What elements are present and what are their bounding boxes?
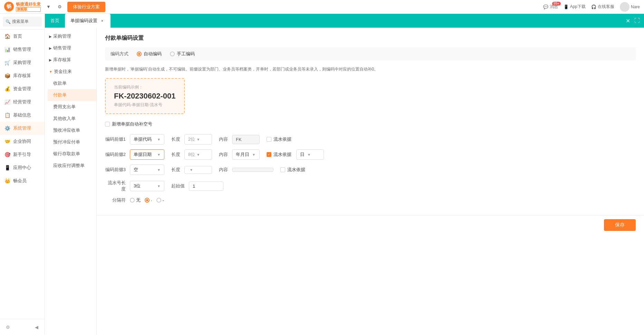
prefix1-select[interactable]: 单据代码 ▼: [130, 134, 164, 145]
topbar-dropdown[interactable]: ▼: [44, 3, 54, 11]
prefix2-stream-label: 流水依据: [273, 151, 291, 158]
sec-nav-other-income[interactable]: 其他收入单: [48, 113, 96, 124]
prefix1-length-select[interactable]: 2位 ▼: [184, 134, 212, 145]
serial-start-input[interactable]: 1: [189, 182, 223, 191]
message-item[interactable]: 💬 消息 99+: [543, 4, 558, 10]
sep-none-option[interactable]: 无: [130, 197, 141, 203]
sidebar-item-inventory[interactable]: 📦 库存核算: [0, 69, 45, 82]
cta-button[interactable]: 体验行业方案: [67, 2, 105, 12]
prefix2-stream-checkbox[interactable]: ✓: [267, 152, 271, 157]
sec-nav-inventory[interactable]: ▶ 库存核算: [45, 54, 96, 66]
app-logo: 畅 畅捷通好生意 旗舰版: [4, 2, 41, 11]
search-menu-button[interactable]: 🔍 搜索菜单: [3, 17, 42, 27]
sidebar-item-guide[interactable]: 🎯 新手引导: [0, 148, 45, 161]
prefix3-stream-label: 流水依据: [287, 167, 305, 173]
sidebar-item-member[interactable]: 👑 畅会员: [0, 174, 45, 187]
app-download-item[interactable]: 📱 App下载: [564, 4, 586, 10]
sec-nav-purchase-label: 采购管理: [53, 33, 71, 39]
sidebar-search: 🔍 搜索菜单: [0, 14, 45, 30]
sec-nav-bank-deposit[interactable]: 银行存取款单: [48, 148, 96, 160]
sec-nav-receipt[interactable]: 收款单: [48, 77, 96, 89]
user-item[interactable]: Nare: [620, 2, 640, 12]
manual-code-radio[interactable]: 手工编码: [170, 51, 195, 57]
sec-nav-expense[interactable]: 费用支出单: [48, 101, 96, 113]
prefix2-stream-select[interactable]: 日 ▼: [296, 149, 324, 160]
sep-dot-label: ·: [151, 198, 152, 203]
sep-dash-option[interactable]: -: [156, 198, 164, 203]
sidebar-item-basic[interactable]: 📋 基础信息: [0, 109, 45, 122]
chevron-right-icon3: ▶: [49, 58, 52, 62]
prefix2-select[interactable]: 单据日期 ▼: [130, 149, 164, 160]
auto-code-radio[interactable]: 自动编码: [137, 51, 162, 57]
prefix1-label: 编码前缀1: [105, 136, 126, 142]
sec-nav-sales[interactable]: ▶ 销售管理: [45, 42, 96, 54]
topbar: 畅 畅捷通好生意 旗舰版 ▼ ⚙ 体验行业方案 💬 消息 99+ 📱 App下载…: [0, 0, 644, 14]
prefix3-length-select[interactable]: ▼: [184, 166, 212, 174]
sec-nav-capital[interactable]: ▼ 资金往来: [45, 66, 96, 77]
prefix2-row: 编码前缀2 单据日期 ▼ 长度 8位 ▼ 内容 年月日: [105, 149, 636, 160]
sep-none-label: 无: [136, 197, 141, 203]
code-preview-label: 当前编码示例：: [114, 84, 176, 90]
prefix3-value: 空: [134, 167, 138, 173]
prefix2-value: 单据日期: [134, 151, 152, 158]
prefix1-stream-checkbox[interactable]: [267, 137, 271, 142]
prefix1-row: 编码前缀1 单据代码 ▼ 长度 2位 ▼ 内容 FK: [105, 134, 636, 145]
sep-dot-option[interactable]: ·: [145, 198, 152, 203]
app-download-label: App下载: [570, 4, 586, 10]
settings-bottom-btn[interactable]: ⚙: [3, 322, 13, 332]
sidebar-item-label: 新手引导: [13, 151, 31, 158]
prefix2-length-label: 长度: [171, 151, 180, 158]
chevron-right-icon: ▶: [49, 35, 52, 38]
sec-nav-capital-label: 资金往来: [54, 68, 72, 75]
sec-nav-prepay-collect[interactable]: 预收冲应收单: [48, 124, 96, 136]
sec-nav-purchase[interactable]: ▶ 采购管理: [45, 30, 96, 42]
sidebar-item-apps[interactable]: 📱 应用中心: [0, 161, 45, 174]
manual-code-radio-circle: [170, 52, 175, 56]
coding-method-row: 编码方式 自动编码 手工编码: [105, 47, 636, 61]
prefix3-select[interactable]: 空 ▼: [130, 165, 164, 175]
prefix3-stream-checkbox[interactable]: [280, 167, 285, 172]
basic-icon: 📋: [4, 112, 10, 118]
sidebar-item-enterprise[interactable]: 🤝 企业协同: [0, 135, 45, 148]
separator-row: 分隔符 无 · -: [105, 197, 636, 203]
tab-expand-btn[interactable]: ⛶: [633, 16, 641, 25]
message-badge: 99+: [552, 2, 561, 6]
sidebar-item-sales[interactable]: 📊 销售管理: [0, 43, 45, 56]
sidebar-item-purchase[interactable]: 🛒 采购管理: [0, 56, 45, 69]
prefix2-content-select[interactable]: 年月日 ▼: [232, 149, 260, 160]
online-service-item[interactable]: 🎧 在线客服: [591, 4, 614, 10]
sec-nav-prepay-pay[interactable]: 预付冲应付单: [48, 136, 96, 148]
sidebar-item-operations[interactable]: 📈 经营管理: [0, 95, 45, 109]
topbar-nav: ▼ ⚙: [44, 2, 65, 12]
tab-bar-right: ✕ ⛶: [624, 16, 644, 26]
tab-home[interactable]: 首页: [45, 14, 65, 28]
prefix2-stream-arrow: ▼: [307, 153, 311, 157]
home-icon: 🏠: [4, 33, 10, 39]
settings-icon[interactable]: ⚙: [55, 2, 65, 12]
tab-coding-settings[interactable]: 单据编码设置 ×: [65, 14, 110, 28]
sec-nav-capital-children: 收款单 付款单 费用支出单 其他收入单 预收冲应收单 预付冲: [45, 77, 96, 171]
sidebar-item-label: 经营管理: [13, 99, 31, 105]
prefix1-length-val: 2位: [188, 136, 195, 142]
sec-nav-ar-ap[interactable]: 应收应付调整单: [48, 160, 96, 171]
sidebar-item-home[interactable]: 🏠 首页: [0, 30, 45, 43]
purchase-icon: 🛒: [4, 59, 10, 66]
tab-minimize-btn[interactable]: ✕: [624, 16, 632, 26]
auto-fill-checkbox[interactable]: [105, 122, 110, 127]
enterprise-icon: 🤝: [4, 138, 10, 145]
sidebar-item-system[interactable]: ⚙️ 系统管理: [0, 122, 45, 135]
sidebar-item-finance[interactable]: 💰 资金管理: [0, 82, 45, 95]
serial-length-select[interactable]: 3位 ▼: [130, 181, 164, 191]
tab-close-icon[interactable]: ×: [99, 18, 105, 24]
sidebar-item-label: 首页: [13, 33, 22, 39]
coding-method-label: 编码方式: [110, 51, 128, 57]
collapse-btn[interactable]: ◀: [31, 322, 42, 332]
save-button[interactable]: 保存: [604, 219, 636, 231]
content-area: 首页 单据编码设置 × ✕ ⛶ ▶ 采购管理 ▶ 销售管理: [45, 14, 644, 335]
serial-row: 流水号长度 3位 ▼ 起始值 1: [105, 180, 636, 192]
app-download-icon: 📱: [564, 4, 569, 9]
code-preview: 当前编码示例： FK-20230602-001 单据代码-单据日期-流水号: [105, 78, 185, 114]
sec-nav-payment[interactable]: 付款单: [48, 89, 96, 101]
prefix2-length-select[interactable]: 8位 ▼: [184, 149, 212, 160]
sidebar-item-label: 销售管理: [13, 46, 31, 53]
